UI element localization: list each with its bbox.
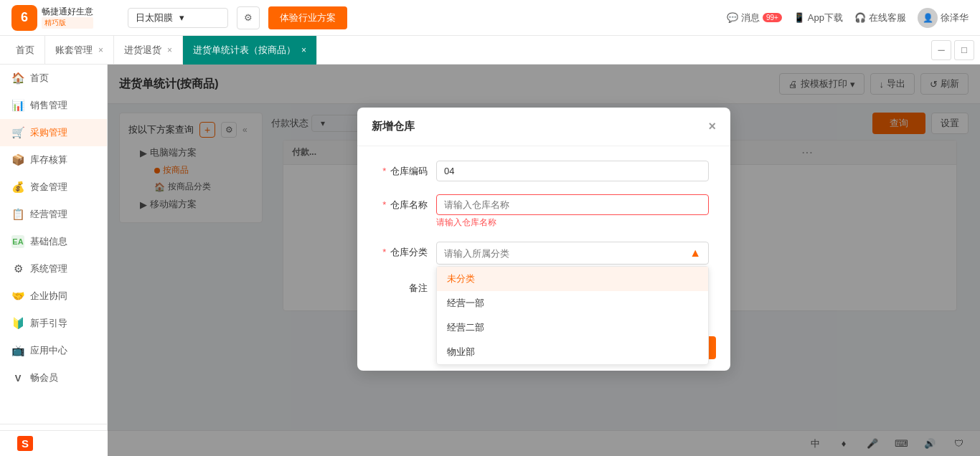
form-label-notes: 备注 — [379, 277, 436, 295]
app-download-label: App下载 — [808, 11, 843, 24]
member-icon: V — [11, 371, 24, 384]
sidebar: 🏠 首页 📊 销售管理 🛒 采购管理 📦 库存核算 💰 资金管理 📋 经营管理 … — [0, 65, 108, 456]
app-download-button[interactable]: 📱 App下载 — [793, 11, 843, 24]
form-label-name: * 仓库名称 — [379, 194, 436, 212]
sidebar-purchase-label: 采购管理 — [30, 126, 67, 139]
finance-icon: 💰 — [11, 181, 24, 194]
sidebar-item-enterprise[interactable]: 🤝 企业协同 — [0, 282, 107, 310]
tab-home-label: 首页 — [16, 44, 34, 57]
main-layout: 🏠 首页 📊 销售管理 🛒 采购管理 📦 库存核算 💰 资金管理 📋 经营管理 … — [0, 65, 980, 456]
tab-actions: ─ □ — [931, 40, 974, 60]
category-wrapper: ▲ 未分类 经营一部 经营二部 物业部 — [436, 242, 709, 265]
top-bar: 6 畅捷通好生意 精巧版 日太阳膜 ▾ ⚙ 体验行业方案 💬 消息 99+ 📱 … — [0, 0, 980, 36]
category-dropdown: 未分类 经营一部 经营二部 物业部 — [436, 266, 709, 365]
tab-maximize-button[interactable]: □ — [954, 40, 974, 60]
trial-button[interactable]: 体验行业方案 — [268, 6, 347, 29]
gear-icon: ⚙ — [244, 12, 253, 23]
sidebar-item-system[interactable]: ⚙ 系统管理 — [0, 255, 107, 282]
category-option-2[interactable]: 经营二部 — [437, 315, 708, 340]
user-profile-button[interactable]: 👤 徐泽华 — [918, 8, 969, 28]
content-area: 进货单统计(按商品) 🖨 按模板打印 ▾ ↓ 导出 ↺ 刷新 — [108, 65, 980, 456]
category-input-row[interactable]: ▲ — [436, 242, 709, 265]
purchase-icon: 🛒 — [11, 126, 24, 139]
top-right-area: 💬 消息 99+ 📱 App下载 🎧 在线客服 👤 徐泽华 — [727, 8, 969, 28]
store-selector[interactable]: 日太阳膜 ▾ — [128, 8, 228, 28]
tab-bar: 首页 账套管理 × 进货退货 × 进货单统计表（按商品） × ─ □ — [0, 36, 980, 65]
sidebar-inventory-label: 库存核算 — [30, 153, 67, 166]
footer-s-icon: S — [17, 436, 33, 451]
dialog-close-button[interactable]: × — [708, 119, 716, 134]
sidebar-guide-label: 新手引导 — [30, 317, 67, 330]
form-field-name: 请输入仓库名称 — [436, 194, 709, 229]
sidebar-item-operations[interactable]: 📋 经营管理 — [0, 201, 107, 228]
tab-home[interactable]: 首页 — [6, 36, 45, 65]
category-toggle-icon[interactable]: ▲ — [689, 247, 701, 260]
category-option-1[interactable]: 经营一部 — [437, 291, 708, 315]
tab-account-label: 账套管理 — [55, 44, 93, 57]
sidebar-item-guide[interactable]: 🔰 新手引导 — [0, 310, 107, 337]
operations-icon: 📋 — [11, 208, 24, 221]
sidebar-item-sales[interactable]: 📊 销售管理 — [0, 92, 107, 119]
form-row-category: * 仓库分类 ▲ 未分类 经营一部 经营二部 — [379, 242, 709, 265]
category-option-3[interactable]: 物业部 — [437, 340, 708, 364]
category-option-0[interactable]: 未分类 — [437, 267, 708, 291]
sidebar-apps-label: 应用中心 — [30, 344, 67, 357]
sidebar-enterprise-label: 企业协同 — [30, 290, 67, 303]
online-service-label: 在线客服 — [869, 11, 906, 24]
message-icon: 💬 — [727, 12, 738, 23]
logo-sub1: 畅捷通好生意 — [42, 6, 93, 18]
tab-purchase-return-label: 进货退货 — [124, 44, 161, 57]
sidebar-item-inventory[interactable]: 📦 库存核算 — [0, 146, 107, 174]
tab-purchase-stats[interactable]: 进货单统计表（按商品） × — [183, 36, 317, 65]
sidebar-system-label: 系统管理 — [30, 262, 67, 275]
sidebar-item-apps[interactable]: 📺 应用中心 — [0, 337, 107, 364]
sidebar-item-finance[interactable]: 💰 资金管理 — [0, 174, 107, 201]
apps-icon: 📺 — [11, 344, 24, 357]
logo-icon: 6 — [11, 5, 37, 31]
sidebar-member-label: 畅会员 — [30, 371, 58, 384]
basic-info-icon: EA — [11, 235, 24, 248]
headset-icon: 🎧 — [854, 12, 866, 23]
guide-icon: 🔰 — [11, 317, 24, 330]
form-label-code: * 仓库编码 — [379, 161, 436, 178]
sidebar-item-basic-info[interactable]: EA 基础信息 — [0, 228, 107, 255]
phone-icon: 📱 — [793, 12, 805, 23]
enterprise-icon: 🤝 — [11, 290, 24, 303]
gear-button[interactable]: ⚙ — [237, 6, 260, 29]
modal-overlay: 新增仓库 × * 仓库编码 * — [108, 65, 980, 456]
sidebar-home-label: 首页 — [30, 72, 49, 85]
sidebar-sales-label: 销售管理 — [30, 99, 67, 112]
tab-account[interactable]: 账套管理 × — [45, 36, 114, 65]
tab-purchase-stats-close[interactable]: × — [301, 45, 306, 55]
system-icon: ⚙ — [11, 262, 24, 275]
messages-badge: 99+ — [763, 13, 782, 22]
category-input[interactable] — [444, 248, 689, 259]
messages-button[interactable]: 💬 消息 99+ — [727, 11, 782, 24]
sidebar-basic-info-label: 基础信息 — [30, 235, 67, 248]
footer-logo: S — [11, 436, 33, 451]
warehouse-code-input[interactable] — [436, 161, 709, 181]
tab-purchase-return[interactable]: 进货退货 × — [114, 36, 183, 65]
avatar: 👤 — [918, 8, 938, 28]
dialog-header: 新增仓库 × — [357, 108, 730, 146]
sidebar-item-home[interactable]: 🏠 首页 — [0, 65, 107, 92]
tab-purchase-return-close[interactable]: × — [167, 45, 172, 55]
tab-minimize-button[interactable]: ─ — [931, 40, 951, 60]
user-name: 徐泽华 — [941, 11, 969, 24]
logo-sub2: 精巧版 — [42, 17, 93, 29]
online-service-button[interactable]: 🎧 在线客服 — [854, 11, 906, 24]
messages-label: 消息 — [741, 11, 760, 24]
chevron-down-icon: ▾ — [179, 12, 220, 23]
store-name: 日太阳膜 — [136, 11, 176, 24]
sidebar-item-member[interactable]: V 畅会员 — [0, 364, 107, 391]
form-row-code: * 仓库编码 — [379, 161, 709, 181]
sidebar-item-purchase[interactable]: 🛒 采购管理 — [0, 119, 107, 146]
inventory-icon: 📦 — [11, 153, 24, 166]
dialog-body: * 仓库编码 * 仓库名称 请输入仓库名称 — [357, 146, 730, 329]
sidebar-finance-label: 资金管理 — [30, 181, 67, 194]
tab-account-close[interactable]: × — [98, 45, 103, 55]
form-label-category: * 仓库分类 — [379, 242, 436, 259]
home-icon: 🏠 — [11, 72, 24, 85]
sidebar-operations-label: 经营管理 — [30, 208, 67, 221]
warehouse-name-input[interactable] — [436, 194, 709, 215]
